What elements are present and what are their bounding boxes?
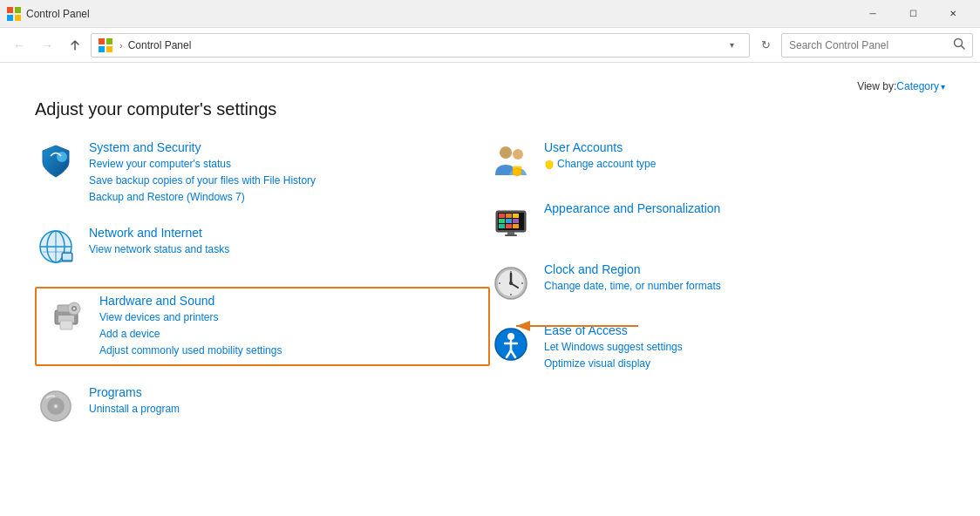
system-security-title[interactable]: System and Security [89, 140, 316, 154]
system-security-content: System and Security Review your computer… [89, 140, 316, 207]
category-hardware-sound: Hardware and Sound View devices and prin… [35, 287, 490, 367]
network-title[interactable]: Network and Internet [89, 226, 229, 240]
programs-title[interactable]: Programs [89, 385, 180, 399]
category-hardware-sound-wrapper: Hardware and Sound View devices and prin… [35, 287, 490, 367]
viewby-bar: View by: Category ▾ [35, 80, 945, 92]
category-clock-region: Clock and Region Change date, time, or n… [490, 262, 945, 304]
svg-rect-6 [99, 46, 105, 52]
left-column: System and Security Review your computer… [35, 140, 490, 446]
svg-rect-2 [7, 15, 13, 21]
ease-access-link-1[interactable]: Let Windows suggest settings [544, 339, 683, 356]
user-accounts-content: User Accounts Change account type [544, 140, 656, 173]
svg-rect-44 [499, 224, 505, 228]
address-bar: ← → › Control Panel ▾ ↻ [0, 28, 980, 63]
hardware-sound-link-1[interactable]: View devices and printers [99, 309, 282, 326]
address-field[interactable]: › Control Panel ▾ [91, 33, 750, 58]
svg-point-34 [513, 149, 523, 160]
svg-rect-42 [506, 219, 512, 223]
svg-rect-0 [7, 7, 13, 13]
refresh-button[interactable]: ↻ [753, 33, 778, 58]
svg-line-9 [962, 46, 965, 50]
close-button[interactable]: ✕ [933, 0, 973, 28]
svg-rect-7 [106, 46, 112, 52]
forward-button[interactable]: → [35, 33, 59, 58]
hardware-sound-icon [45, 294, 87, 336]
svg-rect-1 [15, 7, 21, 13]
up-button[interactable] [63, 33, 87, 58]
hardware-sound-link-3[interactable]: Adjust commonly used mobility settings [99, 343, 282, 359]
svg-rect-46 [513, 224, 519, 228]
svg-rect-5 [106, 38, 112, 44]
clock-region-icon [490, 262, 532, 304]
system-security-link-1[interactable]: Review your computer's status [89, 156, 316, 173]
svg-point-53 [509, 282, 513, 285]
system-security-icon [35, 140, 77, 182]
address-dropdown-button[interactable]: ▾ [721, 34, 742, 57]
programs-icon [35, 385, 77, 427]
categories-grid: System and Security Review your computer… [35, 140, 945, 446]
svg-rect-40 [513, 214, 519, 218]
search-field[interactable] [781, 33, 973, 58]
svg-rect-43 [513, 219, 519, 223]
svg-rect-18 [63, 254, 71, 260]
category-appearance: Appearance and Personalization [490, 201, 945, 243]
programs-link-1[interactable]: Uninstall a program [89, 401, 180, 418]
network-content: Network and Internet View network status… [89, 226, 229, 258]
address-text: Control Panel [128, 39, 721, 51]
ease-access-content: Ease of Access Let Windows suggest setti… [544, 323, 683, 372]
main-content: View by: Category ▾ Adjust your computer… [0, 63, 980, 516]
svg-rect-47 [507, 232, 514, 234]
svg-point-32 [54, 404, 58, 408]
svg-point-33 [500, 146, 512, 159]
ease-access-icon [490, 323, 532, 365]
category-network: Network and Internet View network status… [35, 226, 490, 268]
clock-region-link-1[interactable]: Change date, time, or number formats [544, 278, 721, 295]
viewby-dropdown-icon[interactable]: ▾ [941, 82, 945, 92]
svg-rect-48 [505, 234, 517, 236]
ease-access-title[interactable]: Ease of Access [544, 323, 683, 337]
clock-region-title[interactable]: Clock and Region [544, 262, 721, 276]
clock-region-content: Clock and Region Change date, time, or n… [544, 262, 721, 295]
hardware-sound-title[interactable]: Hardware and Sound [99, 294, 282, 308]
svg-rect-22 [60, 321, 72, 329]
svg-point-59 [507, 333, 514, 340]
search-icon[interactable] [953, 37, 965, 52]
appearance-icon [490, 201, 532, 243]
user-accounts-link-1[interactable]: Change account type [544, 156, 656, 173]
system-security-link-3[interactable]: Backup and Restore (Windows 7) [89, 189, 316, 206]
breadcrumb-separator: › [119, 40, 123, 51]
svg-rect-41 [499, 219, 505, 223]
address-app-icon [99, 38, 112, 52]
svg-rect-39 [506, 214, 512, 218]
maximize-button[interactable]: ☐ [893, 0, 933, 28]
svg-rect-38 [499, 214, 505, 218]
svg-rect-45 [506, 224, 512, 228]
user-accounts-icon [490, 140, 532, 182]
category-user-accounts: User Accounts Change account type [490, 140, 945, 182]
ease-access-link-2[interactable]: Optimize visual display [544, 356, 683, 372]
appearance-content: Appearance and Personalization [544, 201, 720, 217]
programs-content: Programs Uninstall a program [89, 385, 180, 418]
hardware-sound-content: Hardware and Sound View devices and prin… [99, 294, 282, 360]
back-button[interactable]: ← [7, 33, 31, 58]
svg-rect-3 [15, 15, 21, 21]
system-security-link-2[interactable]: Save backup copies of your files with Fi… [89, 173, 316, 189]
title-bar: Control Panel ─ ☐ ✕ [0, 0, 980, 28]
viewby-label: View by: [857, 80, 896, 92]
app-icon [7, 7, 21, 21]
appearance-title[interactable]: Appearance and Personalization [544, 201, 720, 215]
network-icon [35, 226, 77, 268]
category-programs: Programs Uninstall a program [35, 385, 490, 427]
right-column: User Accounts Change account type [490, 140, 945, 446]
search-input[interactable] [789, 39, 953, 51]
user-accounts-title[interactable]: User Accounts [544, 140, 656, 154]
category-system-security: System and Security Review your computer… [35, 140, 490, 207]
title-bar-text: Control Panel [26, 8, 853, 20]
viewby-value[interactable]: Category [896, 80, 939, 92]
window-controls: ─ ☐ ✕ [853, 0, 973, 28]
network-link-1[interactable]: View network status and tasks [89, 241, 229, 258]
page-title: Adjust your computer's settings [35, 99, 945, 119]
minimize-button[interactable]: ─ [853, 0, 893, 28]
svg-point-25 [73, 307, 76, 309]
hardware-sound-link-2[interactable]: Add a device [99, 326, 282, 343]
